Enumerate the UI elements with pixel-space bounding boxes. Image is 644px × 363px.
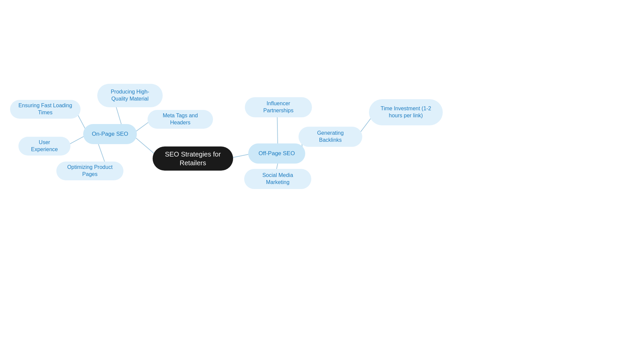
svg-line-5 (69, 136, 85, 144)
svg-line-2 (116, 106, 122, 126)
svg-line-1 (231, 154, 250, 158)
leaf-influencer-partnerships[interactable]: Influencer Partnerships (245, 97, 312, 117)
leaf-meta-tags[interactable]: Meta Tags and Headers (148, 110, 213, 129)
svg-line-7 (277, 117, 278, 144)
leaf-user-experience[interactable]: User Experience (18, 137, 70, 156)
leaf-time-investment[interactable]: Time Investment (1-2 hours per link) (369, 99, 443, 125)
leaf-optimizing-product[interactable]: Optimizing Product Pages (56, 162, 123, 180)
svg-line-9 (276, 163, 278, 169)
svg-line-3 (135, 121, 150, 132)
branch-offpage-seo[interactable]: Off-Page SEO (248, 143, 305, 164)
leaf-producing-material[interactable]: Producing High-Quality Material (97, 84, 163, 107)
center-node[interactable]: SEO Strategies for Retailers (153, 146, 233, 171)
svg-line-0 (135, 137, 156, 155)
leaf-social-media[interactable]: Social Media Marketing (244, 169, 311, 189)
branch-onpage-seo[interactable]: On-Page SEO (83, 124, 137, 144)
svg-line-6 (98, 142, 105, 163)
leaf-generating-backlinks[interactable]: Generating Backlinks (299, 127, 362, 147)
leaf-fast-loading[interactable]: Ensuring Fast Loading Times (10, 100, 80, 119)
